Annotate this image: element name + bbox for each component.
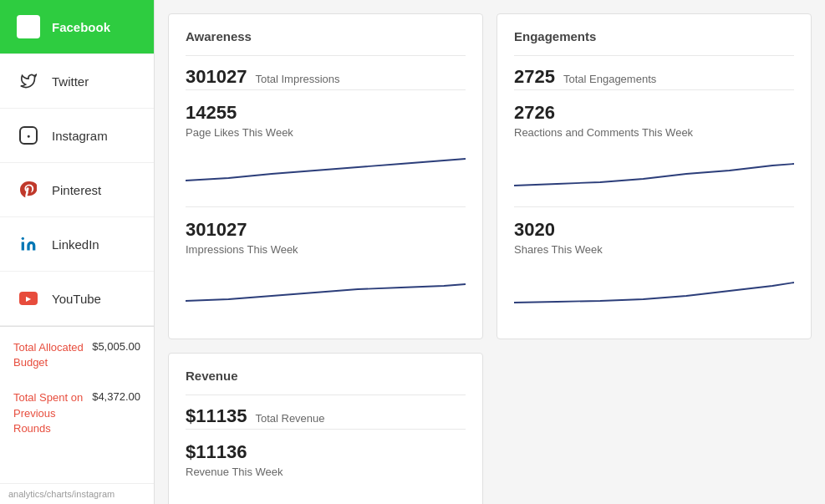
revenue-week-number: $11136	[186, 441, 247, 463]
revenue-week-section: $11136 Revenue This Week	[186, 441, 466, 480]
impressions-week-section: 301027 Impressions This Week	[186, 219, 466, 312]
linkedin-icon	[17, 232, 40, 256]
sidebar-item-label-pinterest: Pinterest	[52, 183, 101, 197]
shares-number: 3020	[514, 219, 555, 241]
sidebar-item-twitter[interactable]: Twitter	[0, 54, 154, 109]
sidebar-item-youtube[interactable]: YouTube	[0, 272, 154, 326]
page-likes-number: 14255	[186, 102, 237, 124]
bottom-cards-row: Revenue $11135 Total Revenue $11136 Reve…	[168, 353, 812, 504]
svg-point-0	[22, 237, 24, 240]
page-likes-label: Page Likes This Week	[186, 125, 466, 140]
total-impressions-number: 301027	[186, 66, 247, 88]
reactions-number: 2726	[514, 102, 555, 124]
twitter-icon	[17, 69, 40, 93]
sidebar-item-instagram[interactable]: Instagram	[0, 109, 154, 163]
impressions-week-number: 301027	[186, 219, 247, 241]
total-engagements-label: Total Engagements	[563, 73, 656, 85]
engagements-title: Engagements	[514, 29, 794, 43]
revenue-title: Revenue	[186, 369, 466, 383]
awareness-title: Awareness	[186, 29, 466, 43]
shares-label: Shares This Week	[514, 242, 794, 257]
total-revenue-block: $11135 Total Revenue	[186, 395, 466, 427]
total-allocated-row: Total Allocated Budget $5,005.00	[13, 340, 140, 370]
total-allocated-value: $5,005.00	[92, 340, 140, 353]
total-engagements-block: 2725 Total Engagements	[514, 55, 794, 88]
total-allocated-label: Total Allocated Budget	[13, 340, 92, 370]
reactions-chart	[514, 149, 794, 195]
total-revenue-label: Total Revenue	[255, 412, 324, 425]
budget-section: Total Allocated Budget $5,005.00 Total S…	[0, 326, 154, 483]
page-likes-section: 14255 Page Likes This Week	[186, 102, 466, 195]
top-cards-row: Awareness 301027 Total Impressions 14255…	[168, 13, 812, 339]
sidebar-item-label-linkedin: LinkedIn	[52, 237, 99, 252]
youtube-icon	[17, 287, 40, 310]
sidebar-item-linkedin[interactable]: LinkedIn	[0, 217, 154, 272]
sidebar-item-label-youtube: YouTube	[52, 292, 101, 306]
impressions-week-label: Impressions This Week	[186, 242, 466, 257]
sidebar-item-facebook[interactable]: Facebook	[0, 0, 154, 54]
impressions-week-chart	[186, 266, 466, 312]
facebook-icon	[17, 15, 40, 38]
revenue-card: Revenue $11135 Total Revenue $11136 Reve…	[168, 353, 483, 504]
shares-chart	[514, 266, 794, 312]
total-engagements-number: 2725	[514, 66, 555, 88]
sidebar-url: analytics/charts/instagram	[0, 483, 154, 504]
total-spent-row: Total Spent on Previous Rounds $4,372.00	[13, 390, 140, 436]
pinterest-icon	[17, 178, 40, 201]
total-impressions-label: Total Impressions	[255, 73, 339, 85]
reactions-label: Reactions and Comments This Week	[514, 125, 794, 140]
total-spent-label: Total Spent on Previous Rounds	[13, 390, 92, 436]
awareness-card: Awareness 301027 Total Impressions 14255…	[168, 13, 483, 339]
reactions-section: 2726 Reactions and Comments This Week	[514, 102, 794, 195]
sidebar-item-label-instagram: Instagram	[52, 129, 108, 143]
sidebar: Facebook Twitter Instagram Pinterest	[0, 0, 155, 504]
total-spent-value: $4,372.00	[92, 390, 140, 403]
main-content: Awareness 301027 Total Impressions 14255…	[155, 0, 825, 504]
total-revenue-number: $11135	[186, 405, 247, 427]
revenue-week-label: Revenue This Week	[186, 465, 466, 480]
shares-section: 3020 Shares This Week	[514, 219, 794, 312]
sidebar-item-label-facebook: Facebook	[52, 20, 110, 34]
engagements-card: Engagements 2725 Total Engagements 2726 …	[497, 13, 812, 339]
sidebar-item-pinterest[interactable]: Pinterest	[0, 163, 154, 217]
total-impressions-block: 301027 Total Impressions	[186, 55, 466, 88]
sidebar-item-label-twitter: Twitter	[52, 74, 89, 89]
page-likes-chart	[186, 149, 466, 195]
instagram-icon	[17, 124, 40, 147]
